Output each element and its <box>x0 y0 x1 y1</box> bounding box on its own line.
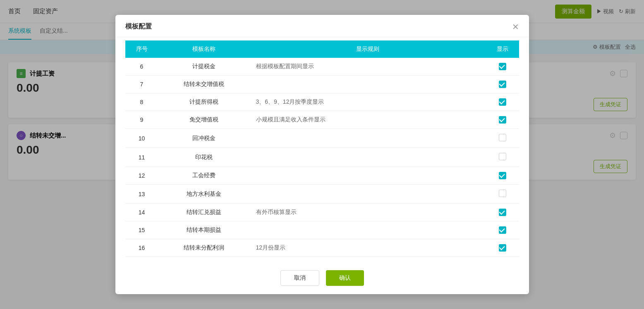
row-checkbox-cell-14 <box>486 204 519 221</box>
table-row: 9免交增值税小规模且满足收入条件显示 <box>125 111 519 129</box>
row-rule-8: 3、6、9、12月按季度显示 <box>249 93 486 111</box>
row-index-11: 11 <box>125 148 158 167</box>
row-rule-14: 有外币核算显示 <box>249 204 486 221</box>
modal-footer: 取消 确认 <box>115 264 529 294</box>
modal-overlay: 模板配置 ✕ 序号 模板名称 显示规则 显示 6计提税金根据模板配置期间显示7结… <box>0 0 644 309</box>
row-index-15: 15 <box>125 221 158 239</box>
row-index-16: 16 <box>125 239 158 257</box>
checkbox-checked-6[interactable] <box>499 63 506 70</box>
row-index-10: 10 <box>125 129 158 148</box>
col-header-name: 模板名称 <box>158 40 249 58</box>
row-name-8: 计提所得税 <box>158 93 249 111</box>
checkbox-unchecked-10[interactable] <box>499 134 506 141</box>
row-name-7: 结转未交增值税 <box>158 76 249 93</box>
row-name-11: 印花税 <box>158 148 249 167</box>
row-name-15: 结转本期损益 <box>158 221 249 239</box>
checkbox-checked-12[interactable] <box>499 172 506 179</box>
col-header-show: 显示 <box>486 40 519 58</box>
table-row: 6计提税金根据模板配置期间显示 <box>125 58 519 76</box>
row-rule-13 <box>249 185 486 204</box>
row-checkbox-cell-7 <box>486 76 519 93</box>
row-checkbox-cell-6 <box>486 58 519 76</box>
table-row: 11印花税 <box>125 148 519 167</box>
row-index-7: 7 <box>125 76 158 93</box>
row-checkbox-cell-9 <box>486 111 519 129</box>
table-row: 12工会经费 <box>125 167 519 185</box>
col-header-rule: 显示规则 <box>249 40 486 58</box>
checkbox-checked-14[interactable] <box>499 209 506 216</box>
cancel-button[interactable]: 取消 <box>280 270 319 286</box>
row-rule-16: 12月份显示 <box>249 239 486 257</box>
row-rule-6: 根据模板配置期间显示 <box>249 58 486 76</box>
col-header-index: 序号 <box>125 40 158 58</box>
table-row: 15结转本期损益 <box>125 221 519 239</box>
config-table: 序号 模板名称 显示规则 显示 6计提税金根据模板配置期间显示7结转未交增值税8… <box>125 40 519 257</box>
row-name-6: 计提税金 <box>158 58 249 76</box>
row-checkbox-cell-8 <box>486 93 519 111</box>
modal-close-button[interactable]: ✕ <box>512 23 519 31</box>
row-name-9: 免交增值税 <box>158 111 249 129</box>
checkbox-checked-8[interactable] <box>499 98 506 106</box>
row-index-8: 8 <box>125 93 158 111</box>
row-checkbox-cell-16 <box>486 239 519 257</box>
row-rule-7 <box>249 76 486 93</box>
table-row: 10回冲税金 <box>125 129 519 148</box>
checkbox-checked-7[interactable] <box>499 81 506 88</box>
checkbox-unchecked-11[interactable] <box>499 153 506 160</box>
checkbox-checked-9[interactable] <box>499 116 506 124</box>
table-row: 14结转汇兑损益有外币核算显示 <box>125 204 519 221</box>
row-name-16: 结转未分配利润 <box>158 239 249 257</box>
table-row: 13地方水利基金 <box>125 185 519 204</box>
checkbox-checked-16[interactable] <box>499 244 506 252</box>
row-name-13: 地方水利基金 <box>158 185 249 204</box>
row-checkbox-cell-10 <box>486 129 519 148</box>
row-rule-11 <box>249 148 486 167</box>
row-checkbox-cell-12 <box>486 167 519 185</box>
row-name-10: 回冲税金 <box>158 129 249 148</box>
row-rule-10 <box>249 129 486 148</box>
confirm-button[interactable]: 确认 <box>326 270 364 286</box>
row-rule-12 <box>249 167 486 185</box>
row-checkbox-cell-11 <box>486 148 519 167</box>
row-name-14: 结转汇兑损益 <box>158 204 249 221</box>
table-row: 7结转未交增值税 <box>125 76 519 93</box>
row-name-12: 工会经费 <box>158 167 249 185</box>
row-index-14: 14 <box>125 204 158 221</box>
row-index-12: 12 <box>125 167 158 185</box>
table-row: 8计提所得税3、6、9、12月按季度显示 <box>125 93 519 111</box>
row-index-6: 6 <box>125 58 158 76</box>
checkbox-checked-15[interactable] <box>499 226 506 234</box>
row-index-13: 13 <box>125 185 158 204</box>
row-index-9: 9 <box>125 111 158 129</box>
modal-title: 模板配置 <box>125 22 152 31</box>
table-row: 16结转未分配利润12月份显示 <box>125 239 519 257</box>
row-rule-9: 小规模且满足收入条件显示 <box>249 111 486 129</box>
modal-body: 序号 模板名称 显示规则 显示 6计提税金根据模板配置期间显示7结转未交增值税8… <box>115 37 529 264</box>
row-checkbox-cell-15 <box>486 221 519 239</box>
modal-header: 模板配置 ✕ <box>115 15 529 37</box>
row-checkbox-cell-13 <box>486 185 519 204</box>
modal-template-config: 模板配置 ✕ 序号 模板名称 显示规则 显示 6计提税金根据模板配置期间显示7结… <box>115 15 529 294</box>
checkbox-unchecked-13[interactable] <box>499 190 506 197</box>
row-rule-15 <box>249 221 486 239</box>
